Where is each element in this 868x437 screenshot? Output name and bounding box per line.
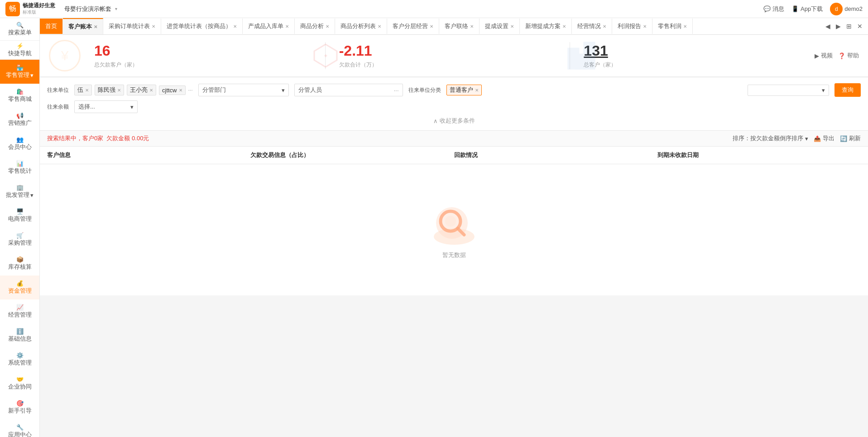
tab-customer-balance-close[interactable]: ✕: [94, 24, 97, 29]
tab-segment-close[interactable]: ✕: [430, 24, 433, 29]
category-dropdown[interactable]: ▾: [748, 85, 829, 96]
sort-select[interactable]: 排序：按欠款金额倒序排序 ▾: [733, 134, 808, 142]
tab-promotion-close[interactable]: ✕: [510, 24, 514, 29]
refresh-icon: 🔄: [840, 135, 847, 142]
account-dropdown-arrow[interactable]: ▾: [115, 6, 117, 11]
unit-tag-wu-close[interactable]: ✕: [85, 88, 89, 93]
tab-product-analysis-close[interactable]: ✕: [326, 24, 329, 29]
tab-add-promo-close[interactable]: ✕: [562, 24, 566, 29]
sidebar-item-member-center[interactable]: 👥 会员中心: [0, 132, 39, 156]
user-label: demo2: [844, 5, 863, 12]
tab-business-close[interactable]: ✕: [603, 24, 606, 29]
tab-purchase-order-label: 采购订单统计表: [109, 22, 150, 30]
unit-tag-wu: 伍 ✕: [74, 85, 92, 95]
tab-business[interactable]: 经营情况 ✕: [572, 19, 612, 34]
sidebar-item-capital-mgmt[interactable]: 💰 资金管理: [0, 276, 39, 299]
tab-promotion-settings-label: 提成设置: [485, 22, 508, 30]
category-tag-close[interactable]: ✕: [475, 88, 479, 93]
tab-customer-balance[interactable]: 客户账本 ✕: [63, 18, 103, 34]
unit-tag-cj-close[interactable]: ✕: [179, 88, 182, 93]
person-filter-select[interactable]: 分管人员 ···: [294, 84, 403, 96]
operations-icon: 📈: [2, 304, 38, 311]
sidebar-item-retail-mall[interactable]: 🛍️ 零售商城: [0, 84, 39, 108]
sidebar-item-marketing-label: 营销推广: [2, 119, 38, 127]
sidebar-item-new-guide[interactable]: 🎯 新手引导: [0, 395, 39, 419]
tab-bar: 首页 客户账本 ✕ 采购订单统计表 ✕ 进货单统计表（按商品） ✕ 产成品入库单…: [40, 18, 868, 35]
tab-close-all[interactable]: ✕: [855, 22, 864, 31]
tab-more[interactable]: ⊞: [844, 22, 854, 31]
unit-tag-more[interactable]: ···: [188, 87, 193, 93]
tab-promotion-settings[interactable]: 提成设置 ✕: [480, 19, 520, 34]
tab-inbound-stats[interactable]: 进货单统计表（按商品） ✕: [161, 19, 243, 34]
tab-home[interactable]: 首页: [40, 19, 63, 34]
sidebar-item-enterprise[interactable]: 🤝 企业协同: [0, 371, 39, 395]
content-area: 首页 客户账本 ✕ 采购订单统计表 ✕ 进货单统计表（按商品） ✕ 产成品入库单…: [40, 18, 868, 437]
results-info: 搜索结果中，客户0家 欠款金额 0.00元: [47, 134, 149, 142]
tab-contact-close[interactable]: ✕: [470, 24, 474, 29]
sidebar-item-wholesale-arrow: ▾: [30, 192, 34, 199]
tab-production-close[interactable]: ✕: [285, 24, 289, 29]
tab-customer-segment[interactable]: 客户分层经营 ✕: [387, 19, 439, 34]
category-filter-tags: 普通客户 ✕: [446, 85, 482, 95]
tab-purchase-order-close[interactable]: ✕: [152, 24, 155, 29]
tab-product-list-close[interactable]: ✕: [378, 24, 381, 29]
unit-filter-label: 往来单位: [47, 86, 69, 94]
sidebar-item-retail-mgmt[interactable]: 🏪 零售管理 ▾: [0, 60, 39, 84]
sidebar-item-purchase-mgmt[interactable]: 🛒 采购管理: [0, 228, 39, 252]
sidebar-item-ecommerce[interactable]: 🖥️ 电商管理: [0, 204, 39, 228]
sidebar-item-operations[interactable]: 📈 经营管理: [0, 299, 39, 323]
app-download-btn[interactable]: 📱 App下载: [791, 5, 823, 13]
tab-customer-contact[interactable]: 客户联络 ✕: [439, 19, 480, 34]
sidebar-item-basic-info[interactable]: ℹ️ 基础信息: [0, 323, 39, 347]
sidebar-item-retail-mgmt-arrow: ▾: [30, 72, 34, 79]
tab-product-analysis-list[interactable]: 商品分析列表 ✕: [335, 19, 387, 34]
tab-retail-profit-close[interactable]: ✕: [683, 24, 687, 29]
tab-add-promotion[interactable]: 新增提成方案 ✕: [520, 19, 572, 34]
page-content: ¥ 16 总欠款客户（家） ✦ -2.11 欠款合计: [40, 35, 868, 437]
tab-scroll-left[interactable]: ◀: [824, 22, 832, 31]
new-guide-icon: 🎯: [2, 400, 38, 407]
message-label: 消息: [772, 5, 784, 13]
dept-filter-select[interactable]: 分管部门 ▾: [198, 84, 289, 96]
ecommerce-icon: 🖥️: [2, 208, 38, 215]
person-filter-dots[interactable]: ···: [394, 87, 399, 94]
sidebar-search[interactable]: 🔍 搜索菜单: [0, 18, 39, 41]
collapse-btn[interactable]: ∧ 收起更多条件: [47, 117, 861, 125]
balance-filter-select[interactable]: 选择... ▾: [74, 100, 138, 113]
video-btn[interactable]: ▶ 视频: [815, 52, 833, 60]
sidebar-item-retail-stats[interactable]: 📊 零售统计: [0, 156, 39, 180]
collapse-up-icon: ∧: [433, 118, 438, 124]
tab-retail-profit[interactable]: 零售利润 ✕: [652, 19, 693, 34]
sidebar-quick-nav-label: 快捷导航: [0, 49, 39, 57]
help-btn[interactable]: ❓ 帮助: [838, 52, 859, 60]
sidebar-quick-nav[interactable]: ⚡ 快捷导航: [0, 41, 39, 60]
sidebar-item-marketing[interactable]: 📢 营销推广: [0, 108, 39, 132]
data-table: 客户信息 欠款交易信息（占比） 回款情况 到期未收款日期: [40, 147, 868, 295]
sidebar-item-app-center[interactable]: 🔧 应用中心: [0, 419, 39, 437]
collapse-row: ∧ 收起更多条件: [47, 117, 861, 125]
tab-purchase-order[interactable]: 采购订单统计表 ✕: [103, 19, 161, 34]
tab-profit-report[interactable]: 利润报告 ✕: [612, 19, 652, 34]
sidebar-item-wholesale-mgmt[interactable]: 🏢 批发管理 ▾: [0, 180, 39, 204]
sidebar-item-inventory[interactable]: 📦 库存核算: [0, 252, 39, 276]
tab-business-label: 经营情况: [577, 22, 601, 30]
tab-scroll-right[interactable]: ▶: [834, 22, 843, 31]
tab-profit-close[interactable]: ✕: [643, 24, 647, 29]
sidebar-item-ecommerce-label: 电商管理: [2, 215, 38, 223]
refresh-btn[interactable]: 🔄 刷新: [840, 134, 861, 142]
balance-filter-label: 往来余额: [47, 103, 69, 111]
tab-inbound-stats-close[interactable]: ✕: [233, 24, 237, 29]
message-btn[interactable]: 💬 消息: [763, 5, 784, 13]
unit-tag-chen-close[interactable]: ✕: [117, 88, 121, 93]
tab-product-analysis[interactable]: 商品分析 ✕: [295, 19, 335, 34]
tab-profit-report-label: 利润报告: [618, 22, 641, 30]
sidebar-item-system-mgmt[interactable]: ⚙️ 系统管理: [0, 347, 39, 371]
user-menu[interactable]: d demo2: [830, 3, 863, 15]
results-actions: 排序：按欠款金额倒序排序 ▾ 📤 导出 🔄 刷新: [733, 134, 861, 142]
tab-production-inbound[interactable]: 产成品入库单 ✕: [243, 19, 295, 34]
export-label: 导出: [823, 134, 834, 142]
unit-tag-wang-close[interactable]: ✕: [149, 88, 153, 93]
query-btn[interactable]: 查询: [834, 83, 861, 97]
table-empty: 暂无数据: [40, 164, 868, 295]
export-btn[interactable]: 📤 导出: [814, 134, 834, 142]
